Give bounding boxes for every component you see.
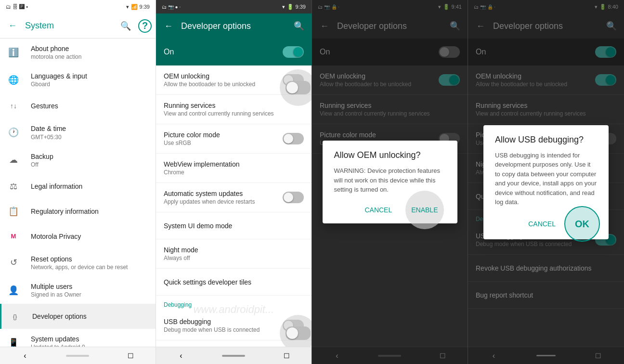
developer-toggle[interactable] [283,46,304,58]
usb-debug-container: USB debugging Debug mode when USB is con… [156,311,312,340]
users-sublabel: Signed in as Owner [31,291,148,298]
auto-updates-item[interactable]: Automatic system updates Apply updates w… [156,183,312,212]
oem-toggle[interactable] [283,74,304,86]
oem-enable-button[interactable]: Enable [403,202,445,218]
quick-settings-item[interactable]: Quick settings developer tiles [156,269,312,296]
nav-home-left[interactable] [66,355,89,357]
sidebar-item-reset[interactable]: ↺ Reset options Network, apps, or device… [0,249,156,276]
webview-label: WebView implementation [164,160,304,168]
nav-back-mid[interactable]: ‹ [172,347,190,364]
oem-unlocking-container: OEM unlocking Allow the bootloader to be… [156,65,312,95]
left-panel: 🗂 🗄 🅿 • ▾ 📶 9:39 ← System 🔍 ? ℹ️ About p… [0,0,156,364]
picture-color-sublabel: Use sRGB [164,140,283,146]
sidebar-item-datetime[interactable]: 🕐 Date & time GMT+05:30 [0,118,156,146]
wifi-icon: ▾ [126,4,129,10]
legal-label: Legal information [31,182,148,191]
debugging-header: Debugging [156,296,312,311]
sidebar-item-motorola-privacy[interactable]: M Motorola Privacy [0,224,156,249]
quick-settings-label: Quick settings developer tiles [164,278,304,286]
oem-dialog-title: Allow OEM unlocking? [334,150,446,160]
status-icons-left: 🗂 🗄 🅿 • [6,4,28,10]
night-mode-item[interactable]: Night mode Always off [156,239,312,269]
reset-sublabel: Network, apps, or device can be reset [31,264,148,271]
webview-item[interactable]: WebView implementation Chrome [156,154,312,183]
sidebar-item-about[interactable]: ℹ️ About phone motorola one action [0,39,156,66]
sidebar-item-users[interactable]: 👤 Multiple users Signed in as Owner [0,276,156,304]
auto-updates-toggle[interactable] [283,192,304,203]
demo-mode-item[interactable]: System UI demo mode [156,212,312,239]
running-services-item[interactable]: Running services View and control curren… [156,95,312,124]
developer-label: Developer options [32,312,148,321]
mid-page-title: Developer options [181,21,286,31]
time-display: 9:39 [140,4,150,10]
toggle-thumb [293,47,303,57]
time-mid: ▾ 🔋 9:39 [282,4,306,10]
backup-label: Backup [31,152,148,161]
usb-debug-toggle[interactable] [283,320,304,331]
ok-btn-wrapper: OK [567,215,597,234]
back-button-left[interactable]: ← [4,17,21,35]
help-button-left[interactable]: ? [138,19,152,33]
notification-icons: 🗂 🗄 🅿 • [6,4,28,10]
wifi-mid: ▾ [282,4,285,10]
developer-icon: {} [9,311,21,322]
auto-updates-label: Automatic system updates [164,190,283,197]
sidebar-item-developer[interactable]: {} Developer options [0,304,156,329]
backup-icon: ☁ [8,154,19,166]
time-display-mid: 9:39 [296,4,306,10]
usb-debug-label: USB debugging [164,318,283,325]
search-button-mid[interactable]: 🔍 [290,17,308,35]
page-title-left: System [25,21,113,31]
nav-recents-mid[interactable]: ☐ [278,347,295,364]
dev-on-header: On [156,39,312,65]
picture-color-item[interactable]: Picture color mode Use sRGB [156,124,312,154]
usb-debug-item[interactable]: USB debugging Debug mode when USB is con… [156,311,312,340]
mid-top-bar: ← Developer options 🔍 [156,13,312,39]
reset-label: Reset options [31,255,148,263]
oem-cancel-button[interactable]: Cancel [357,202,400,218]
datetime-icon: 🕐 [8,127,19,138]
oem-unlocking-item[interactable]: OEM unlocking Allow the bootloader to be… [156,65,312,95]
language-icon: 🌐 [8,74,19,86]
status-bar-left: 🗂 🗄 🅿 • ▾ 📶 9:39 [0,0,156,13]
language-sublabel: Gboard [31,81,148,88]
sidebar-item-backup[interactable]: ☁ Backup Off [0,146,156,174]
nav-recents-left[interactable]: ☐ [122,347,139,364]
auto-updates-sublabel: Apply updates when device restarts [164,198,283,205]
battery-mid: 🔋 [287,4,294,10]
time-left: ▾ 📶 9:39 [126,4,150,10]
notif-icons-mid: 🗂 📷 ● · [162,4,181,10]
about-sublabel: motorola one action [31,53,148,60]
oem-dialog-actions: Cancel Enable [334,202,446,218]
usb-cancel-button[interactable]: Cancel [520,215,563,234]
running-label: Running services [164,102,304,109]
sidebar-item-system-updates[interactable]: 📱 System updates Updated to Android 9 [0,329,156,347]
picture-color-toggle[interactable] [283,133,304,144]
running-sublabel: View and control currently running servi… [164,110,304,117]
system-updates-label: System updates [31,335,148,343]
dev-options-list: OEM unlocking Allow the bootloader to be… [156,65,312,347]
night-mode-label: Night mode [164,246,304,254]
on-label: On [164,48,174,56]
search-button-left[interactable]: 🔍 [117,17,134,35]
datetime-sublabel: GMT+05:30 [31,134,148,141]
back-button-mid[interactable]: ← [160,17,177,35]
usb-debug-thumb [284,321,293,330]
oem-dialog-overlay: Allow OEM unlocking? WARNING: Device pro… [312,0,468,364]
oem-label: OEM unlocking [164,72,283,80]
sidebar-item-regulatory[interactable]: 📋 Regulatory information [0,199,156,224]
usb-dialog-actions: Cancel OK [495,215,597,234]
nav-bar-left: ‹ ☐ [0,347,156,364]
datetime-label: Date & time [31,124,148,133]
nav-home-mid[interactable] [222,355,245,357]
usb-dialog-body: USB debugging is intended for developmen… [495,151,597,207]
sidebar-item-gestures[interactable]: ↑↓ Gestures [0,93,156,118]
status-bar-mid: 🗂 📷 ● · ▾ 🔋 9:39 [156,0,312,13]
nav-back-left[interactable]: ‹ [16,347,34,364]
sidebar-item-language[interactable]: 🌐 Languages & input Gboard [0,66,156,93]
usb-ok-button[interactable]: OK [567,215,597,234]
signal-icon: 📶 [131,4,138,10]
sidebar-item-legal[interactable]: ⚖ Legal information [0,174,156,199]
oem-toggle-thumb [284,75,293,85]
users-icon: 👤 [8,285,19,296]
